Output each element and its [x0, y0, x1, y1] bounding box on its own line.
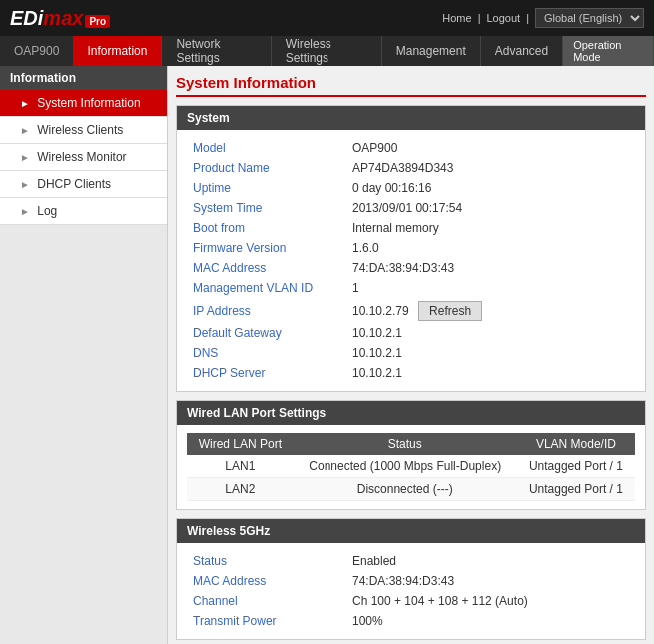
system-field-row: Management VLAN ID 1	[187, 278, 635, 298]
system-field-row: Model OAP900	[187, 138, 635, 158]
field-value: 74:DA:38:94:D3:43	[346, 258, 635, 278]
system-field-row: Boot from Internal memory	[187, 218, 635, 238]
wired-lan-table: Wired LAN PortStatusVLAN Mode/ID LAN1 Co…	[187, 433, 635, 501]
nav-information[interactable]: Information	[73, 36, 162, 66]
wireless-5ghz-section: Wireless 5GHz Status EnabledMAC Address …	[176, 518, 646, 640]
logout-link[interactable]: Logout	[486, 12, 520, 24]
field-label: Product Name	[187, 158, 346, 178]
field-label: Boot from	[187, 218, 346, 238]
field-label: DNS	[187, 343, 346, 363]
field-label: Status	[187, 551, 346, 571]
page-title: System Information	[176, 74, 646, 97]
wireless-5ghz-body: Status EnabledMAC Address 74:DA:38:94:D3…	[177, 543, 645, 639]
main-layout: Information ► System Information ► Wirel…	[0, 66, 654, 644]
refresh-button[interactable]: Refresh	[418, 301, 482, 321]
field-value: Ch 100 + 104 + 108 + 112 (Auto)	[346, 591, 635, 611]
system-field-row: DNS 10.10.2.1	[187, 343, 635, 363]
field-value: 2013/09/01 00:17:54	[346, 198, 635, 218]
arrow-icon: ►	[20, 152, 30, 163]
lan-port: LAN2	[187, 478, 294, 501]
wireless-field-row: Status Enabled	[187, 551, 635, 571]
field-value: 10.10.2.1	[346, 323, 635, 343]
lan-column-header: Wired LAN Port	[187, 433, 294, 455]
sidebar-item-log[interactable]: ► Log	[0, 198, 167, 225]
lan-status: Disconnected (---)	[294, 478, 517, 501]
field-value: 10.10.2.79 Refresh	[346, 298, 635, 323]
nav-management[interactable]: Management	[382, 36, 481, 66]
lan-vlan: Untagged Port / 1	[517, 478, 635, 501]
system-field-row: DHCP Server 10.10.2.1	[187, 363, 635, 383]
navbar: OAP900 Information Network Settings Wire…	[0, 36, 654, 66]
field-label: System Time	[187, 198, 346, 218]
system-section: System Model OAP900Product Name AP74DA38…	[176, 105, 646, 392]
field-value: 100%	[346, 611, 635, 631]
lan-port: LAN1	[187, 455, 294, 478]
field-label: Default Gateway	[187, 323, 346, 343]
system-section-header: System	[177, 106, 645, 130]
sidebar-item-system-information[interactable]: ► System Information	[0, 90, 167, 117]
system-section-body: Model OAP900Product Name AP74DA3894D343U…	[177, 130, 645, 391]
field-value: AP74DA3894D343	[346, 158, 635, 178]
field-label: Channel	[187, 591, 346, 611]
sidebar: Information ► System Information ► Wirel…	[0, 66, 168, 644]
header: EDimaxPro Home | Logout | Global (Englis…	[0, 0, 654, 36]
wireless-5ghz-header: Wireless 5GHz	[177, 519, 645, 543]
arrow-icon: ►	[20, 206, 30, 217]
field-label: DHCP Server	[187, 363, 346, 383]
wireless-5ghz-table: Status EnabledMAC Address 74:DA:38:94:D3…	[187, 551, 635, 631]
system-field-row: System Time 2013/09/01 00:17:54	[187, 198, 635, 218]
field-label: Management VLAN ID	[187, 278, 346, 298]
system-field-row: MAC Address 74:DA:38:94:D3:43	[187, 258, 635, 278]
lan-column-header: VLAN Mode/ID	[517, 433, 635, 455]
wired-lan-section: Wired LAN Port Settings Wired LAN PortSt…	[176, 400, 646, 510]
arrow-icon: ►	[20, 98, 30, 109]
field-label: Uptime	[187, 178, 346, 198]
arrow-icon: ►	[20, 125, 30, 136]
nav-network-settings[interactable]: Network Settings	[162, 36, 271, 66]
sidebar-section-information[interactable]: Information	[0, 66, 167, 90]
system-field-row: IP Address 10.10.2.79 Refresh	[187, 298, 635, 323]
wired-lan-body: Wired LAN PortStatusVLAN Mode/ID LAN1 Co…	[177, 425, 645, 509]
wireless-field-row: Channel Ch 100 + 104 + 108 + 112 (Auto)	[187, 591, 635, 611]
system-field-row: Default Gateway 10.10.2.1	[187, 323, 635, 343]
field-value: 1.6.0	[346, 238, 635, 258]
nav-wireless-settings[interactable]: Wireless Settings	[272, 36, 382, 66]
content-area: System Information System Model OAP900Pr…	[168, 66, 654, 644]
wired-lan-header: Wired LAN Port Settings	[177, 401, 645, 425]
nav-advanced[interactable]: Advanced	[481, 36, 563, 66]
arrow-icon: ►	[20, 179, 30, 190]
sidebar-item-wireless-monitor[interactable]: ► Wireless Monitor	[0, 144, 167, 171]
lan-status: Connected (1000 Mbps Full-Duplex)	[294, 455, 517, 478]
field-value: Enabled	[346, 551, 635, 571]
lan-table-row: LAN1 Connected (1000 Mbps Full-Duplex) U…	[187, 455, 635, 478]
lan-vlan: Untagged Port / 1	[517, 455, 635, 478]
home-link[interactable]: Home	[442, 12, 471, 24]
wireless-field-row: Transmit Power 100%	[187, 611, 635, 631]
sidebar-item-wireless-clients[interactable]: ► Wireless Clients	[0, 117, 167, 144]
system-field-row: Uptime 0 day 00:16:16	[187, 178, 635, 198]
field-label: Model	[187, 138, 346, 158]
field-label: MAC Address	[187, 571, 346, 591]
field-value: 10.10.2.1	[346, 363, 635, 383]
wireless-field-row: MAC Address 74:DA:38:94:D3:43	[187, 571, 635, 591]
field-value: 74:DA:38:94:D3:43	[346, 571, 635, 591]
sidebar-item-dhcp-clients[interactable]: ► DHCP Clients	[0, 171, 167, 198]
device-label: OAP900	[0, 36, 73, 66]
field-value: Internal memory	[346, 218, 635, 238]
header-nav: Home | Logout | Global (English)	[442, 8, 644, 28]
language-select[interactable]: Global (English)	[535, 8, 644, 28]
field-value: 0 day 00:16:16	[346, 178, 635, 198]
logo-pro-badge: Pro	[85, 15, 110, 28]
system-info-table: Model OAP900Product Name AP74DA3894D343U…	[187, 138, 635, 383]
lan-column-header: Status	[294, 433, 517, 455]
field-label: MAC Address	[187, 258, 346, 278]
field-value: OAP900	[346, 138, 635, 158]
field-label: Transmit Power	[187, 611, 346, 631]
field-label: IP Address	[187, 298, 346, 323]
field-value: 10.10.2.1	[346, 343, 635, 363]
nav-operation-mode[interactable]: Operation Mode	[563, 36, 654, 66]
lan-table-row: LAN2 Disconnected (---) Untagged Port / …	[187, 478, 635, 501]
system-field-row: Firmware Version 1.6.0	[187, 238, 635, 258]
system-field-row: Product Name AP74DA3894D343	[187, 158, 635, 178]
logo: EDimaxPro	[10, 7, 110, 30]
